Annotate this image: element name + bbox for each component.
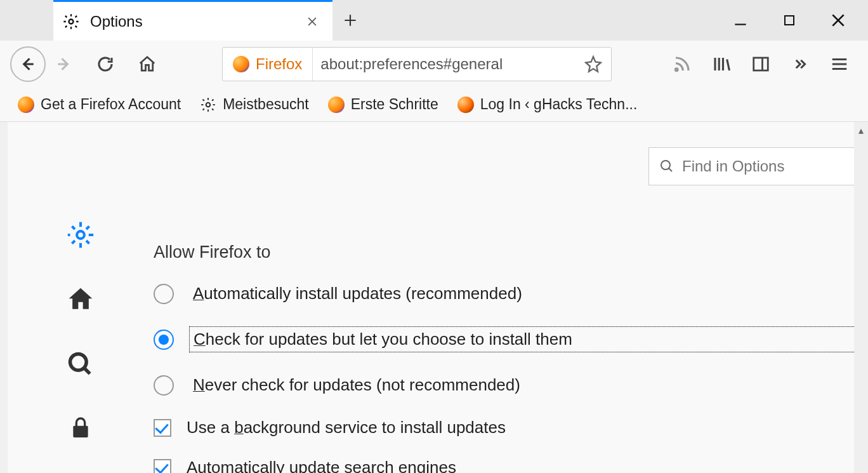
firefox-logo-icon xyxy=(233,56,249,72)
firefox-logo-icon xyxy=(18,97,34,113)
search-box[interactable] xyxy=(648,147,868,185)
radio-label: Check for updates but let you choose to … xyxy=(189,326,868,352)
radio-icon[interactable] xyxy=(154,330,174,350)
vertical-scrollbar[interactable]: ▴ xyxy=(854,122,868,473)
close-window-button[interactable] xyxy=(830,12,846,29)
url-text[interactable]: about:preferences#general xyxy=(313,55,575,73)
radio-auto-install[interactable]: Automatically install updates (recommend… xyxy=(154,281,868,306)
sidebar-icon[interactable] xyxy=(751,55,770,74)
site-icon xyxy=(457,97,474,113)
nav-toolbar: Firefox about:preferences#general xyxy=(0,41,868,88)
firefox-logo-icon xyxy=(328,97,345,113)
radio-icon[interactable] xyxy=(154,375,174,396)
svg-point-6 xyxy=(70,354,87,371)
search-icon xyxy=(659,159,674,174)
gear-icon xyxy=(200,97,216,113)
checkbox-icon[interactable] xyxy=(154,459,171,474)
new-tab-button[interactable] xyxy=(332,0,368,41)
section-heading: Allow Firefox to xyxy=(154,243,868,262)
svg-point-2 xyxy=(675,69,678,71)
check-update-search-engines[interactable]: Automatically update search engines xyxy=(154,458,868,473)
bookmarks-toolbar: Get a Firefox Account Meistbesucht Erste… xyxy=(0,88,868,122)
checkbox-icon[interactable] xyxy=(154,419,171,437)
svg-point-0 xyxy=(69,19,74,23)
svg-rect-3 xyxy=(754,58,768,70)
url-bar[interactable]: Firefox about:preferences#general xyxy=(222,47,612,81)
radio-label: Automatically install updates (recommend… xyxy=(189,281,526,306)
bookmark-label: Log In ‹ gHacks Techn... xyxy=(480,96,638,113)
toolbar-right xyxy=(673,55,858,74)
identity-box[interactable]: Firefox xyxy=(223,48,313,81)
preferences-content: Allow Firefox to Automatically install u… xyxy=(8,122,868,473)
search-input[interactable] xyxy=(682,157,868,175)
radio-label: Never check for updates (not recommended… xyxy=(189,373,524,397)
tab-strip: Options xyxy=(0,0,868,41)
window-controls xyxy=(732,0,863,41)
bookmark-erste-schritte[interactable]: Erste Schritte xyxy=(328,96,438,113)
radio-never-check[interactable]: Never check for updates (not recommended… xyxy=(154,373,868,397)
checkbox-label: Use a background service to install upda… xyxy=(187,418,506,437)
library-icon[interactable] xyxy=(712,55,731,74)
svg-rect-1 xyxy=(785,16,794,25)
category-general[interactable] xyxy=(67,221,95,249)
bookmark-star-button[interactable] xyxy=(575,55,611,73)
svg-point-5 xyxy=(77,231,84,239)
category-search[interactable] xyxy=(67,350,95,378)
preferences-main: Allow Firefox to Automatically install u… xyxy=(154,122,868,473)
bookmark-label: Erste Schritte xyxy=(351,96,438,113)
back-button[interactable] xyxy=(10,46,46,82)
overflow-icon[interactable] xyxy=(791,55,810,74)
identity-label: Firefox xyxy=(256,55,302,73)
close-tab-button[interactable] xyxy=(301,13,324,30)
category-list xyxy=(8,122,154,473)
radio-check-updates[interactable]: Check for updates but let you choose to … xyxy=(154,326,868,352)
bookmark-label: Get a Firefox Account xyxy=(41,96,181,113)
bookmark-firefox-account[interactable]: Get a Firefox Account xyxy=(18,96,181,113)
checkbox-label: Automatically update search engines xyxy=(187,458,456,473)
gear-icon xyxy=(62,13,80,30)
scroll-up-arrow[interactable]: ▴ xyxy=(854,122,868,137)
check-background-service[interactable]: Use a background service to install upda… xyxy=(154,418,868,437)
bookmark-label: Meistbesucht xyxy=(223,96,309,113)
category-home[interactable] xyxy=(67,286,95,314)
bookmark-meistbesucht[interactable]: Meistbesucht xyxy=(200,96,309,113)
bookmark-ghacks[interactable]: Log In ‹ gHacks Techn... xyxy=(457,96,638,113)
forward-button[interactable] xyxy=(51,51,76,77)
minimize-button[interactable] xyxy=(732,12,749,29)
menu-button[interactable] xyxy=(830,55,849,74)
radio-icon[interactable] xyxy=(154,284,174,304)
reload-button[interactable] xyxy=(93,51,118,77)
category-privacy[interactable] xyxy=(68,415,93,441)
rss-icon[interactable] xyxy=(673,55,692,74)
tab-title: Options xyxy=(90,13,301,30)
tab-options[interactable]: Options xyxy=(53,0,332,41)
maximize-button[interactable] xyxy=(782,13,797,28)
svg-point-4 xyxy=(206,102,211,107)
svg-point-7 xyxy=(661,161,670,170)
home-button[interactable] xyxy=(135,51,160,77)
